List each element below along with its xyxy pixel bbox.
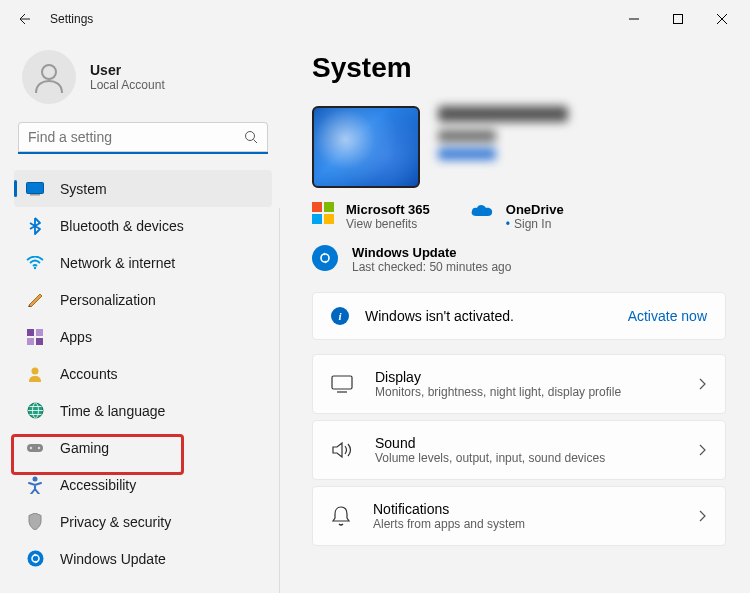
svg-point-15 [38, 446, 40, 448]
search-input[interactable] [28, 129, 244, 145]
chevron-right-icon [699, 510, 707, 522]
svg-point-14 [30, 446, 32, 448]
accounts-icon [26, 365, 44, 383]
service-title: Windows Update [352, 245, 511, 260]
svg-point-17 [27, 551, 43, 567]
device-wallpaper-preview [312, 106, 420, 188]
shield-icon [26, 513, 44, 531]
maximize-icon [673, 14, 683, 24]
search-box[interactable] [18, 122, 268, 154]
onedrive-tile[interactable]: OneDrive Sign In [470, 202, 564, 231]
device-info[interactable] [312, 106, 726, 188]
sidebar-item-accounts[interactable]: Accounts [14, 355, 272, 392]
svg-point-2 [246, 132, 255, 141]
sidebar-item-label: Apps [60, 329, 92, 345]
service-subtitle: Last checked: 50 minutes ago [352, 260, 511, 274]
sidebar-item-privacy[interactable]: Privacy & security [14, 503, 272, 540]
display-icon [331, 375, 353, 393]
gaming-icon [26, 439, 44, 457]
setting-item-sound[interactable]: Sound Volume levels, output, input, soun… [312, 420, 726, 480]
device-name-redacted [438, 106, 568, 160]
svg-rect-8 [27, 338, 34, 345]
setting-title: Display [375, 369, 677, 385]
activation-card: i Windows isn't activated. Activate now [312, 292, 726, 340]
svg-rect-3 [27, 182, 44, 193]
chevron-right-icon [699, 378, 707, 390]
service-subtitle: View benefits [346, 217, 430, 231]
paintbrush-icon [26, 291, 44, 309]
sidebar-item-bluetooth[interactable]: Bluetooth & devices [14, 207, 272, 244]
sidebar-item-label: System [60, 181, 107, 197]
user-account-type: Local Account [90, 78, 165, 92]
svg-point-10 [32, 367, 39, 374]
person-icon [31, 59, 67, 95]
svg-point-16 [33, 476, 38, 481]
sidebar-item-apps[interactable]: Apps [14, 318, 272, 355]
sound-icon [331, 440, 353, 460]
update-icon [312, 245, 338, 271]
activation-status: Windows isn't activated. [365, 308, 612, 324]
arrow-left-icon [15, 11, 31, 27]
setting-item-notifications[interactable]: Notifications Alerts from apps and syste… [312, 486, 726, 546]
globe-icon [26, 402, 44, 420]
sidebar-item-network[interactable]: Network & internet [14, 244, 272, 281]
sidebar-item-windows-update[interactable]: Windows Update [14, 540, 272, 577]
sidebar-item-label: Time & language [60, 403, 165, 419]
apps-icon [26, 328, 44, 346]
maximize-button[interactable] [656, 4, 700, 34]
svg-point-5 [34, 266, 36, 268]
svg-rect-13 [27, 444, 43, 452]
update-icon [26, 550, 44, 568]
sidebar-item-accessibility[interactable]: Accessibility [14, 466, 272, 503]
user-account-section[interactable]: User Local Account [14, 38, 272, 122]
close-icon [717, 14, 727, 24]
user-name: User [90, 62, 165, 78]
sidebar-item-label: Accounts [60, 366, 118, 382]
sidebar-item-label: Accessibility [60, 477, 136, 493]
bell-icon [331, 505, 351, 527]
search-icon [244, 130, 258, 144]
sidebar-divider [279, 208, 280, 593]
svg-point-1 [42, 65, 56, 79]
setting-item-display[interactable]: Display Monitors, brightness, night ligh… [312, 354, 726, 414]
sidebar-item-personalization[interactable]: Personalization [14, 281, 272, 318]
service-title: OneDrive [506, 202, 564, 217]
wifi-icon [26, 254, 44, 272]
onedrive-icon [470, 202, 494, 218]
minimize-icon [629, 14, 639, 24]
sidebar-item-label: Privacy & security [60, 514, 171, 530]
sidebar-item-time-language[interactable]: Time & language [14, 392, 272, 429]
service-subtitle: Sign In [506, 217, 564, 231]
page-title: System [312, 52, 726, 84]
windows-update-tile[interactable]: Windows Update Last checked: 50 minutes … [312, 245, 726, 274]
close-button[interactable] [700, 4, 744, 34]
svg-rect-9 [36, 338, 43, 345]
sidebar-item-system[interactable]: System [14, 170, 272, 207]
minimize-button[interactable] [612, 4, 656, 34]
svg-rect-7 [36, 329, 43, 336]
chevron-right-icon [699, 444, 707, 456]
window-title: Settings [50, 12, 93, 26]
avatar [22, 50, 76, 104]
info-icon: i [331, 307, 349, 325]
sidebar-item-label: Network & internet [60, 255, 175, 271]
sidebar-item-label: Personalization [60, 292, 156, 308]
svg-rect-6 [27, 329, 34, 336]
accessibility-icon [26, 476, 44, 494]
sidebar-item-label: Bluetooth & devices [60, 218, 184, 234]
sidebar-item-gaming[interactable]: Gaming [14, 429, 272, 466]
svg-rect-4 [30, 194, 40, 196]
setting-desc: Monitors, brightness, night light, displ… [375, 385, 677, 399]
microsoft-365-tile[interactable]: Microsoft 365 View benefits [312, 202, 430, 231]
svg-rect-0 [674, 15, 683, 24]
microsoft-logo-icon [312, 202, 334, 224]
sidebar-item-label: Windows Update [60, 551, 166, 567]
sidebar-item-label: Gaming [60, 440, 109, 456]
bluetooth-icon [26, 217, 44, 235]
service-title: Microsoft 365 [346, 202, 430, 217]
back-button[interactable] [6, 2, 40, 36]
setting-desc: Alerts from apps and system [373, 517, 677, 531]
setting-title: Notifications [373, 501, 677, 517]
setting-title: Sound [375, 435, 677, 451]
activate-now-link[interactable]: Activate now [628, 308, 707, 324]
